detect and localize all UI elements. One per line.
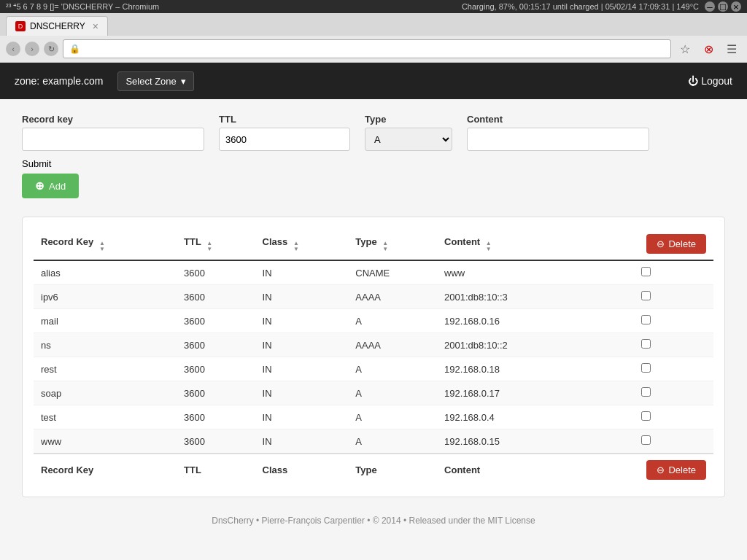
table-row: soap 3600 IN A 192.168.0.17: [34, 381, 713, 405]
cell-ttl: 3600: [177, 333, 255, 357]
table-row: rest 3600 IN A 192.168.0.18: [34, 357, 713, 381]
cell-class: IN: [255, 381, 349, 405]
menu-button[interactable]: ☰: [722, 39, 741, 58]
cell-checkbox: [578, 357, 713, 381]
content-input[interactable]: [467, 128, 649, 151]
cell-content: 192.168.0.15: [437, 429, 578, 454]
table-row: mail 3600 IN A 192.168.0.16: [34, 309, 713, 333]
type-select[interactable]: A AAAA CNAME MX NS PTR SOA SRV TXT: [365, 128, 452, 151]
lock-icon: 🔒: [69, 44, 80, 54]
cell-content: 192.168.0.16: [437, 309, 578, 333]
records-table: Record Key ▲▼ TTL ▲▼ Class ▲▼ Type ▲▼: [34, 228, 713, 486]
row-checkbox[interactable]: [641, 435, 651, 445]
row-checkbox[interactable]: [641, 267, 651, 276]
table-body: alias 3600 IN CNAME www ipv6 3600 IN AAA…: [34, 260, 713, 454]
cell-ttl: 3600: [177, 429, 255, 454]
add-label: Add: [49, 181, 66, 192]
cell-record-key: ipv6: [34, 285, 177, 309]
type-label: Type: [365, 114, 452, 125]
tab-bar: D DNSCHERRY ×: [0, 13, 747, 36]
cell-type: A: [348, 381, 437, 405]
forward-button[interactable]: ›: [25, 42, 39, 56]
content-label: Content: [467, 114, 649, 125]
table-row: test 3600 IN A 192.168.0.4: [34, 405, 713, 429]
footer-type: Type: [348, 454, 437, 486]
favicon: D: [15, 21, 26, 31]
cell-record-key: rest: [34, 357, 177, 381]
cell-checkbox: [578, 285, 713, 309]
row-checkbox[interactable]: [641, 339, 651, 349]
sort-arrows-type: ▲▼: [382, 241, 388, 252]
select-zone-dropdown[interactable]: Select Zone ▾: [117, 71, 193, 91]
tab-close-icon[interactable]: ×: [93, 20, 98, 32]
cell-class: IN: [255, 357, 349, 381]
back-button[interactable]: ‹: [6, 42, 20, 56]
row-checkbox[interactable]: [641, 315, 651, 324]
cell-checkbox: [578, 260, 713, 285]
page-footer: DnsCherry • Pierre-François Carpentier •…: [22, 505, 725, 537]
cell-record-key: alias: [34, 260, 177, 285]
delete-button-bottom[interactable]: ⊖ Delete: [646, 460, 706, 480]
url-input[interactable]: dnscherry:8080: [83, 44, 665, 55]
reload-button[interactable]: ↻: [44, 42, 58, 56]
cell-class: IN: [255, 405, 349, 429]
zone-label: zone: example.com: [15, 75, 103, 87]
col-content[interactable]: Content ▲▼: [437, 228, 578, 260]
cell-checkbox: [578, 405, 713, 429]
cell-record-key: www: [34, 429, 177, 454]
plus-icon: ⊕: [35, 179, 44, 192]
row-checkbox[interactable]: [641, 291, 651, 300]
table-row: ipv6 3600 IN AAAA 2001:db8:10::3: [34, 285, 713, 309]
browser-tab[interactable]: D DNSCHERRY ×: [6, 16, 108, 36]
add-record-form: Record key TTL Type A AAAA CNAME MX NS P…: [22, 114, 725, 151]
records-table-section: Record Key ▲▼ TTL ▲▼ Class ▲▼ Type ▲▼: [22, 217, 725, 497]
close-button[interactable]: ×: [731, 1, 741, 12]
logout-button[interactable]: ⏻ Logout: [688, 75, 732, 87]
content-group: Content: [467, 114, 649, 151]
cell-content: 192.168.0.4: [437, 405, 578, 429]
maximize-button[interactable]: □: [718, 1, 728, 12]
cell-record-key: soap: [34, 381, 177, 405]
record-key-group: Record key: [22, 114, 204, 151]
add-button[interactable]: ⊕ Add: [22, 174, 79, 198]
select-zone-label: Select Zone: [125, 76, 176, 87]
bookmark-button[interactable]: ☆: [676, 39, 694, 58]
table-row: ns 3600 IN AAAA 2001:db8:10::2: [34, 333, 713, 357]
delete-button-top[interactable]: ⊖ Delete: [646, 234, 706, 254]
cell-record-key: mail: [34, 309, 177, 333]
cell-class: IN: [255, 260, 349, 285]
footer-content: Content: [437, 454, 578, 486]
address-bar: 🔒 dnscherry:8080: [63, 39, 671, 58]
delete-icon-bottom: ⊖: [657, 464, 665, 475]
power-icon: ⏻: [688, 75, 698, 87]
row-checkbox[interactable]: [641, 411, 651, 421]
cell-class: IN: [255, 429, 349, 454]
ttl-input[interactable]: [219, 128, 350, 151]
delete-label-bottom: Delete: [668, 464, 696, 475]
row-checkbox[interactable]: [641, 387, 651, 397]
col-type[interactable]: Type ▲▼: [348, 228, 437, 260]
minimize-button[interactable]: –: [705, 1, 715, 12]
browser-titlebar: ²³ ⁴5 6 7 8 9 []= 'DNSCHERRY – Chromium …: [0, 0, 747, 13]
row-checkbox[interactable]: [641, 363, 651, 373]
ttl-group: TTL: [219, 114, 350, 151]
footer-record-key: Record Key: [34, 454, 177, 486]
cell-ttl: 3600: [177, 357, 255, 381]
record-key-input[interactable]: [22, 128, 204, 151]
cell-checkbox: [578, 333, 713, 357]
ttl-label: TTL: [219, 114, 350, 125]
col-class[interactable]: Class ▲▼: [255, 228, 349, 260]
sort-arrows-class: ▲▼: [293, 241, 299, 252]
titlebar-text: ²³ ⁴5 6 7 8 9 []= 'DNSCHERRY – Chromium: [6, 2, 159, 12]
col-ttl[interactable]: TTL ▲▼: [177, 228, 255, 260]
record-key-label: Record key: [22, 114, 204, 125]
submit-section: Submit ⊕ Add: [22, 158, 725, 198]
exit-button[interactable]: ⊗: [699, 39, 718, 58]
col-record-key[interactable]: Record Key ▲▼: [34, 228, 177, 260]
cell-type: AAAA: [348, 333, 437, 357]
table-header-row: Record Key ▲▼ TTL ▲▼ Class ▲▼ Type ▲▼: [34, 228, 713, 260]
dropdown-arrow-icon: ▾: [181, 76, 186, 87]
sort-arrows-record-key: ▲▼: [99, 241, 105, 252]
cell-type: CNAME: [348, 260, 437, 285]
logout-label: Logout: [701, 75, 732, 87]
